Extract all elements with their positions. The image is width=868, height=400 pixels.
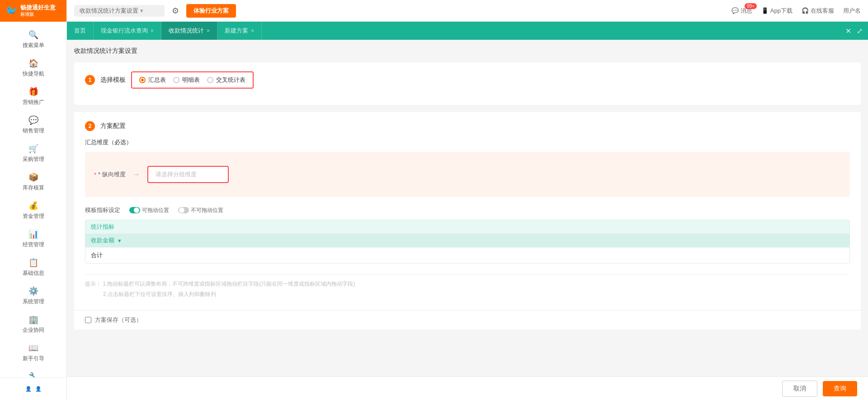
- stats-column-row[interactable]: 收款金额 ▾: [85, 234, 849, 247]
- total-label: 合计: [91, 252, 103, 259]
- radio-summary[interactable]: 汇总表: [139, 76, 166, 84]
- radio-cross-label: 交叉统计表: [216, 76, 245, 84]
- radio-detail-circle: [173, 77, 179, 83]
- cancel-button[interactable]: 取消: [782, 381, 817, 397]
- close-window-icon[interactable]: ✕: [845, 27, 851, 35]
- step1-label: 选择模板: [100, 76, 126, 84]
- column-dropdown-icon[interactable]: ▾: [118, 237, 121, 244]
- radio-detail-label: 明细表: [182, 76, 200, 84]
- sidebar-item-label: 快捷导航: [23, 70, 44, 78]
- vertical-dim-label: * * 纵向维度: [94, 170, 126, 179]
- main-content: 收款情况统计方案设置 1 选择模板 汇总表 明细表 交叉统计表: [67, 40, 868, 400]
- indicators-title: 模板指标设定: [85, 206, 120, 214]
- sidebar-item-operation[interactable]: 📊 经营管理: [0, 225, 66, 253]
- radio-detail[interactable]: 明细表: [173, 76, 200, 84]
- tab-receipt-stats-label: 收款情况统计: [169, 27, 204, 35]
- column-label: 收款金额: [91, 236, 114, 245]
- draggable-label: 可拖动位置: [142, 207, 169, 214]
- dim-arrow-icon: →: [133, 170, 140, 179]
- radio-summary-circle: [139, 77, 146, 83]
- query-button[interactable]: 查询: [823, 381, 857, 396]
- gear-icon: ⚙️: [28, 286, 38, 296]
- logo-icon: 🐦: [5, 5, 18, 17]
- sidebar-item-label: 库存核算: [23, 184, 44, 192]
- tab-home[interactable]: 首页: [67, 22, 94, 40]
- tab-cash-bank-label: 现金银行流水查询: [101, 27, 148, 35]
- step2-row: 2 方案配置: [85, 121, 850, 131]
- dimension-select[interactable]: 请选择分组维度: [147, 166, 229, 183]
- bottom-bar: 方案保存（可选）: [74, 310, 861, 329]
- template-select-box: 汇总表 明细表 交叉统计表: [131, 71, 254, 89]
- trial-button[interactable]: 体验行业方案: [186, 4, 236, 18]
- non-draggable-label: 不可拖动位置: [191, 207, 223, 214]
- sidebar-item-sales[interactable]: 💬 销售管理: [0, 111, 66, 139]
- dimension-placeholder: 请选择分组维度: [156, 171, 197, 178]
- sidebar-item-label: 新手引导: [23, 355, 44, 362]
- box-icon: 📦: [28, 172, 38, 182]
- save-checkbox[interactable]: [85, 317, 91, 323]
- wrench-icon: 🔧: [28, 372, 38, 377]
- dimension-area: * * 纵向维度 → 请选择分组维度: [85, 152, 850, 197]
- app-version: 标准版: [20, 11, 56, 18]
- tab-cash-bank-close-icon[interactable]: ×: [151, 28, 154, 34]
- sales-icon: 💬: [28, 115, 38, 125]
- sidebar-item-base-info[interactable]: 📋 基础信息: [0, 253, 66, 282]
- tab-home-label: 首页: [74, 27, 86, 35]
- cart-icon: 🛒: [28, 144, 38, 154]
- breadcrumb-text: 收款情况统计方案设置: [80, 7, 138, 15]
- tab-cash-bank[interactable]: 现金银行流水查询 ×: [94, 22, 161, 40]
- tab-receipt-stats[interactable]: 收款情况统计 ×: [161, 22, 217, 40]
- sidebar-item-label: 采购管理: [23, 155, 44, 163]
- sidebar-item-search-menu[interactable]: 🔍 搜索菜单: [0, 25, 66, 54]
- radio-summary-label: 汇总表: [148, 76, 166, 84]
- save-label: 方案保存（可选）: [95, 316, 142, 324]
- header-right: 💬 消息 99+ 📱 App下载 🎧 在线客服 用户名: [731, 7, 861, 15]
- breadcrumb-arrow-icon: ▾: [140, 7, 143, 14]
- sidebar-item-quick-nav[interactable]: 🏠 快捷导航: [0, 54, 66, 82]
- user-name: 用户名: [843, 7, 861, 15]
- radio-cross-circle: [207, 77, 213, 83]
- sidebar-item-marketing[interactable]: 🎁 营销推广: [0, 82, 66, 111]
- online-service-label: 在线客服: [811, 7, 834, 15]
- tabs-bar: 首页 现金银行流水查询 × 收款情况统计 × 新建方案 × ✕ ⤢: [67, 22, 868, 40]
- building-icon: 🏢: [28, 315, 38, 325]
- tab-new-plan-close-icon[interactable]: ×: [251, 28, 254, 34]
- search-menu-icon: 🔍: [28, 30, 38, 40]
- sidebar-item-system[interactable]: ⚙️ 系统管理: [0, 282, 66, 310]
- messages-button[interactable]: 💬 消息 99+: [731, 7, 752, 15]
- sidebar-item-finance[interactable]: 💰 资金管理: [0, 196, 66, 225]
- step2-number: 2: [85, 121, 95, 131]
- maximize-window-icon[interactable]: ⤢: [857, 27, 863, 35]
- user-avatar-icon: 👤: [25, 386, 32, 392]
- sidebar-item-user[interactable]: 👤 👤: [0, 381, 66, 396]
- settings-icon[interactable]: ⚙: [170, 4, 181, 18]
- indicators-section: 模板指标设定 可拖动位置 不可拖动位置 统计指标 收款金额 ▾: [85, 206, 850, 264]
- app-name: 畅捷通好生意: [20, 4, 56, 11]
- non-draggable-badge: 不可拖动位置: [178, 207, 223, 214]
- headset-icon: 🎧: [802, 7, 809, 14]
- page-title: 收款情况统计方案设置: [74, 47, 861, 55]
- sidebar-item-label: 经营管理: [23, 241, 44, 249]
- sidebar-item-label: 系统管理: [23, 298, 44, 306]
- sidebar-item-label: 资金管理: [23, 212, 44, 220]
- stats-table-header: 统计指标: [85, 220, 849, 234]
- user-avatar-icon2: 👤: [35, 386, 42, 392]
- app-download-button[interactable]: 📱 App下载: [761, 7, 793, 15]
- radio-cross[interactable]: 交叉统计表: [207, 76, 245, 84]
- home-icon: 🏠: [28, 58, 38, 68]
- dimension-title: 汇总维度（必选）: [85, 138, 850, 146]
- sidebar-item-inventory[interactable]: 📦 库存核算: [0, 168, 66, 196]
- clipboard-icon: 📋: [28, 258, 38, 268]
- stats-table: 统计指标 收款金额 ▾ 合计: [85, 220, 850, 264]
- sidebar-item-hardware[interactable]: 🔧 智能硬件: [0, 367, 66, 377]
- tab-new-plan[interactable]: 新建方案 ×: [217, 22, 262, 40]
- sidebar-bottom: 👤 👤: [0, 377, 66, 400]
- online-service-button[interactable]: 🎧 在线客服: [802, 7, 834, 15]
- sidebar-item-label: 销售管理: [23, 127, 44, 135]
- user-info[interactable]: 用户名: [843, 7, 861, 15]
- vertical-label-text: * 纵向维度: [98, 170, 126, 179]
- sidebar-item-guide[interactable]: 📖 新手引导: [0, 339, 66, 367]
- tab-receipt-stats-close-icon[interactable]: ×: [207, 28, 210, 34]
- sidebar-item-purchase[interactable]: 🛒 采购管理: [0, 139, 66, 168]
- sidebar-item-enterprise[interactable]: 🏢 企业协同: [0, 310, 66, 339]
